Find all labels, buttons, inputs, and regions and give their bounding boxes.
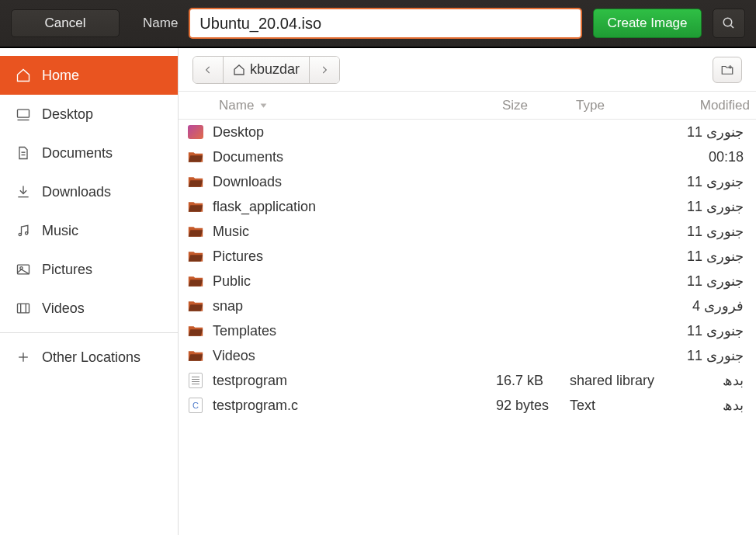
path-forward-button[interactable]: [310, 57, 339, 83]
folder-icon: [188, 224, 203, 238]
file-name: flask_application: [213, 199, 496, 215]
download-icon: [16, 184, 31, 200]
file-modified: 11 جنوری: [686, 273, 756, 290]
file-modified: 11 جنوری: [686, 173, 756, 190]
path-back-button[interactable]: [193, 57, 224, 83]
home-icon: [16, 68, 31, 83]
file-row[interactable]: Public11 جنوری: [179, 269, 756, 294]
folder-icon: [188, 249, 203, 263]
sidebar-item-pictures[interactable]: Pictures: [0, 250, 178, 289]
sidebar-item-label: Home: [42, 68, 79, 84]
folder-icon: [188, 324, 203, 338]
file-modified: 11 جنوری: [686, 223, 756, 240]
file-row[interactable]: Videos11 جنوری: [179, 343, 756, 368]
sidebar-item-documents[interactable]: Documents: [0, 134, 178, 172]
file-row[interactable]: Downloads11 جنوری: [179, 169, 756, 194]
file-name: testprogram.c: [213, 398, 496, 414]
search-button[interactable]: [713, 9, 745, 38]
sidebar-item-downloads[interactable]: Downloads: [0, 172, 178, 211]
file-modified: 11 جنوری: [686, 198, 756, 215]
file-modified: بدھ: [686, 372, 756, 389]
new-folder-icon: [720, 63, 734, 77]
file-name: snap: [213, 298, 496, 314]
plus-icon: [16, 349, 31, 365]
file-row[interactable]: snap4 فروری: [179, 294, 756, 318]
file-name: Videos: [213, 348, 496, 364]
sidebar-item-label: Documents: [42, 145, 113, 162]
column-size[interactable]: Size: [496, 98, 570, 113]
file-name: Music: [213, 224, 496, 240]
sidebar-item-label: Downloads: [42, 184, 111, 200]
file-name: Templates: [213, 323, 496, 339]
svg-marker-17: [261, 104, 267, 108]
desktop-icon: [16, 106, 31, 122]
sidebar-item-desktop[interactable]: Desktop: [0, 95, 178, 134]
folder-icon: [188, 349, 203, 363]
sidebar-item-music[interactable]: Music: [0, 211, 178, 250]
path-current-label: kbuzdar: [250, 61, 300, 78]
file-modified: بدھ: [686, 397, 756, 414]
video-icon: [16, 301, 31, 316]
file-name: testprogram: [213, 373, 496, 389]
sidebar-item-label: Other Locations: [42, 349, 140, 366]
file-modified: 11 جنوری: [686, 123, 756, 141]
svg-point-0: [723, 18, 732, 26]
chevron-left-icon: [203, 64, 213, 75]
sidebar-item-home[interactable]: Home: [0, 56, 178, 95]
sidebar-item-label: Pictures: [42, 262, 92, 278]
file-row[interactable]: Desktop11 جنوری: [179, 120, 756, 144]
path-current[interactable]: kbuzdar: [224, 57, 310, 83]
file-modified: 11 جنوری: [686, 347, 756, 364]
new-folder-button[interactable]: [713, 57, 742, 83]
file-modified: 11 جنوری: [686, 248, 756, 265]
file-name: Pictures: [213, 248, 496, 265]
folder-icon: [188, 175, 203, 189]
column-modified[interactable]: Modified: [686, 98, 756, 113]
folder-icon: [188, 200, 203, 214]
sort-desc-icon: [258, 100, 269, 110]
svg-line-1: [730, 25, 733, 28]
doc-icon: [16, 145, 31, 161]
file-row[interactable]: Templates11 جنوری: [179, 318, 756, 343]
folder-icon: [188, 150, 203, 164]
svg-rect-10: [18, 304, 29, 313]
folder-icon: [188, 274, 203, 288]
sidebar-item-videos[interactable]: Videos: [0, 289, 178, 328]
file-row[interactable]: Pictures11 جنوری: [179, 244, 756, 269]
column-name[interactable]: Name: [213, 98, 496, 113]
c-file-icon: C: [189, 398, 203, 413]
file-row[interactable]: testprogram16.7 kBshared libraryبدھ: [179, 368, 756, 393]
file-modified: 11 جنوری: [686, 322, 756, 339]
file-size: 92 bytes: [496, 398, 570, 414]
file-name: Documents: [213, 149, 496, 165]
file-row[interactable]: Documents00:18: [179, 144, 756, 169]
svg-point-7: [26, 232, 28, 234]
file-type: Text: [570, 398, 686, 414]
file-row[interactable]: flask_application11 جنوری: [179, 194, 756, 219]
cancel-button[interactable]: Cancel: [11, 9, 120, 37]
file-modified: 4 فروری: [686, 297, 756, 314]
filename-input[interactable]: [189, 8, 582, 39]
file-icon: [189, 373, 203, 388]
sidebar: HomeDesktopDocumentsDownloadsMusicPictur…: [0, 48, 179, 535]
music-icon: [16, 223, 31, 238]
desktop-icon: [188, 125, 203, 139]
svg-point-6: [19, 233, 21, 235]
folder-icon: [188, 299, 203, 313]
file-name: Desktop: [213, 124, 496, 141]
name-label: Name: [143, 16, 178, 31]
file-type: shared library: [570, 373, 686, 389]
svg-rect-2: [18, 109, 29, 117]
file-name: Downloads: [213, 174, 496, 190]
file-row[interactable]: Music11 جنوری: [179, 219, 756, 244]
sidebar-item-other-locations[interactable]: Other Locations: [0, 338, 178, 377]
column-type[interactable]: Type: [570, 98, 686, 113]
picture-icon: [16, 262, 31, 277]
file-row[interactable]: Ctestprogram.c92 bytesTextبدھ: [179, 393, 756, 418]
create-image-button[interactable]: Create Image: [593, 9, 702, 38]
chevron-right-icon: [319, 64, 330, 75]
file-modified: 00:18: [686, 149, 756, 165]
file-name: Public: [213, 273, 496, 290]
sidebar-item-label: Music: [42, 223, 78, 239]
home-icon: [233, 64, 245, 76]
